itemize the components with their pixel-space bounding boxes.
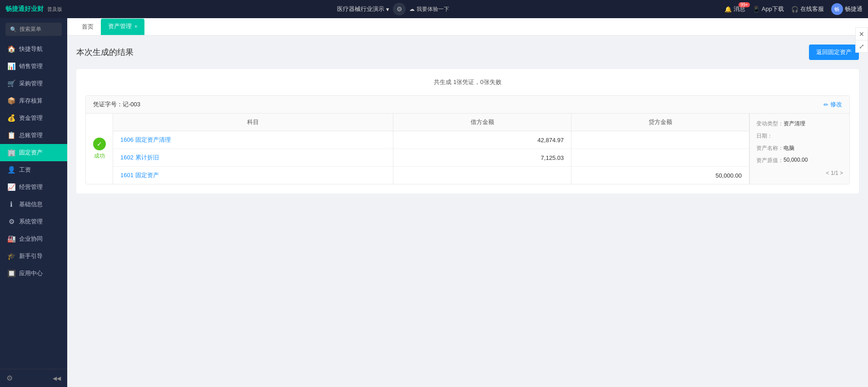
sidebar-item-sales[interactable]: 📊 销售管理 (0, 58, 67, 75)
topbar-center: 医疗器械行业演示 ▾ ⚙ ☁ 我要体验一下 (337, 3, 449, 15)
sidebar-item-basic-info[interactable]: ℹ 基础信息 (0, 196, 67, 213)
edit-voucher-button[interactable]: ✏ 修改 (823, 100, 842, 109)
back-to-fixed-assets-button[interactable]: 返回固定资产 (809, 45, 859, 60)
prev-page-icon[interactable]: < (826, 170, 829, 176)
layout: 🔍 搜索菜单 🏠 快捷导航 📊 销售管理 🛒 采购管理 📦 库存核算 (0, 18, 868, 387)
table-row: 1602 累计折旧 7,125.03 (113, 149, 749, 167)
account-cell[interactable]: 1606 固定资产清理 (113, 131, 393, 149)
tab-home[interactable]: 首页 (74, 19, 101, 35)
tab-close-icon[interactable]: × (134, 24, 137, 29)
change-type-row: 变动类型： 资产清理 (756, 120, 843, 128)
col-header-subject: 科目 (113, 114, 393, 131)
sidebar-item-system[interactable]: ⚙ 系统管理 (0, 213, 67, 230)
topbar-right: 🔔 消息 99+ 📱 App下载 🎧 在线客服 畅 畅捷通 (724, 3, 863, 15)
ledger-icon: 📋 (7, 131, 15, 139)
sidebar-item-payroll[interactable]: 👤 工资 (0, 161, 67, 179)
voucher-table: 科目 借方金额 贷方金额 1606 固定资产清理 42,874. (113, 114, 749, 184)
result-summary: 共生成 1张凭证，0张失败 (85, 78, 850, 86)
panel-controls: ✕ ⤢ (855, 27, 868, 53)
fixed-assets-icon: 🏢 (7, 149, 15, 157)
credit-cell: 50,000.00 (571, 167, 749, 184)
enterprise-icon: 🏭 (7, 235, 15, 243)
headset-icon: 🎧 (791, 6, 799, 13)
search-icon: 🔍 (10, 26, 17, 33)
date-row: 日期： (756, 132, 843, 140)
sidebar-item-ledger[interactable]: 📋 总账管理 (0, 127, 67, 144)
sidebar-item-enterprise[interactable]: 🏭 企业协同 (0, 230, 67, 248)
sidebar-collapse-icon[interactable]: ◀◀ (53, 375, 61, 382)
online-service-button[interactable]: 🎧 在线客服 (791, 5, 824, 13)
inventory-icon: 📦 (7, 97, 15, 105)
original-value-value: 50,000.00 (784, 157, 808, 163)
change-type-value: 资产清理 (784, 120, 805, 128)
sidebar-item-label: 应用中心 (19, 269, 43, 278)
credit-cell (571, 149, 749, 167)
sidebar-search-area: 🔍 搜索菜单 (0, 18, 67, 40)
edit-icon: ✏ (823, 101, 828, 108)
app-download-button[interactable]: 📱 App下载 (753, 5, 784, 13)
original-value-row: 资产原值： 50,000.00 (756, 157, 843, 164)
basic-info-icon: ℹ (7, 200, 15, 208)
app-logo: 畅捷通好业财 (5, 5, 44, 13)
cloud-icon: ☁ (409, 6, 415, 12)
sidebar-item-inventory[interactable]: 📦 库存核算 (0, 92, 67, 109)
sidebar-item-label: 采购管理 (19, 79, 43, 88)
sidebar-item-label: 经营管理 (19, 183, 43, 191)
payroll-icon: 👤 (7, 166, 15, 174)
credit-cell (571, 131, 749, 149)
voucher-body: ✓ 成功 科目 借方金额 贷方 (86, 114, 849, 184)
experience-button[interactable]: ☁ 我要体验一下 (409, 5, 449, 13)
messages-badge: 99+ (739, 2, 750, 7)
guide-icon: 🎓 (7, 252, 15, 260)
sidebar-item-finance[interactable]: 💰 资金管理 (0, 109, 67, 127)
next-page-icon[interactable]: > (840, 170, 843, 176)
company-selector[interactable]: 医疗器械行业演示 ▾ (337, 5, 389, 13)
sidebar-item-label: 资金管理 (19, 114, 43, 122)
settings-icon[interactable]: ⚙ (393, 3, 406, 15)
account-cell[interactable]: 1601 固定资产 (113, 167, 393, 184)
company-name: 医疗器械行业演示 (337, 5, 384, 13)
side-info-panel: 变动类型： 资产清理 日期： 资产名称： 电脑 (749, 114, 849, 184)
download-icon: 📱 (753, 6, 760, 13)
operations-icon: 📈 (7, 183, 15, 191)
sidebar-item-label: 固定资产 (19, 149, 43, 157)
success-icon: ✓ (93, 138, 106, 150)
sidebar-item-label: 企业协同 (19, 235, 43, 243)
home-icon: 🏠 (7, 45, 15, 53)
sidebar-footer: ⚙ ◀◀ (0, 369, 67, 387)
voucher-section: 凭证字号：记-003 ✏ 修改 ✓ 成功 (85, 95, 850, 184)
sidebar-item-quick-nav[interactable]: 🏠 快捷导航 (0, 40, 67, 58)
sidebar-scroll: 🏠 快捷导航 📊 销售管理 🛒 采购管理 📦 库存核算 💰 资金管理 📋 (0, 40, 67, 369)
sidebar-item-label: 总账管理 (19, 131, 43, 139)
expand-panel-button[interactable]: ⤢ (855, 40, 868, 53)
search-menu-button[interactable]: 🔍 搜索菜单 (5, 23, 62, 36)
finance-icon: 💰 (7, 114, 15, 122)
result-area: 共生成 1张凭证，0张失败 凭证字号：记-003 ✏ 修改 (76, 69, 859, 194)
messages-button[interactable]: 🔔 消息 99+ (724, 5, 745, 13)
system-icon: ⚙ (7, 218, 15, 226)
user-menu[interactable]: 畅 畅捷通 (831, 3, 863, 15)
app-edition: 普及版 (47, 6, 62, 13)
account-cell[interactable]: 1602 累计折旧 (113, 149, 393, 167)
sidebar-item-label: 系统管理 (19, 218, 43, 226)
sidebar-item-guide[interactable]: 🎓 新手引导 (0, 248, 67, 265)
sidebar-item-fixed-assets[interactable]: 🏢 固定资产 (0, 144, 67, 161)
pagination-text: 1/1 (831, 170, 840, 176)
date-label: 日期： (756, 132, 784, 140)
page-header: 本次生成的结果 返回固定资产 (76, 45, 859, 60)
asset-name-value: 电脑 (784, 144, 794, 152)
sidebar-item-app-center[interactable]: 🔲 应用中心 (0, 265, 67, 282)
debit-cell (393, 167, 571, 184)
sidebar-item-label: 基础信息 (19, 200, 43, 208)
sidebar-item-purchase[interactable]: 🛒 采购管理 (0, 75, 67, 92)
page-content: 本次生成的结果 返回固定资产 共生成 1张凭证，0张失败 凭证字号：记-003 … (67, 35, 868, 387)
sidebar-item-label: 工资 (19, 166, 31, 174)
main-content: 首页 资产管理 × 本次生成的结果 返回固定资产 共生成 1张凭证，0张失败 凭… (67, 18, 868, 387)
purchase-icon: 🛒 (7, 79, 15, 88)
sales-icon: 📊 (7, 62, 15, 70)
footer-settings-icon[interactable]: ⚙ (6, 374, 13, 382)
sidebar-item-operations[interactable]: 📈 经营管理 (0, 179, 67, 196)
close-panel-button[interactable]: ✕ (855, 27, 868, 40)
sidebar: 🔍 搜索菜单 🏠 快捷导航 📊 销售管理 🛒 采购管理 📦 库存核算 (0, 18, 67, 387)
tab-asset-management[interactable]: 资产管理 × (101, 19, 144, 35)
